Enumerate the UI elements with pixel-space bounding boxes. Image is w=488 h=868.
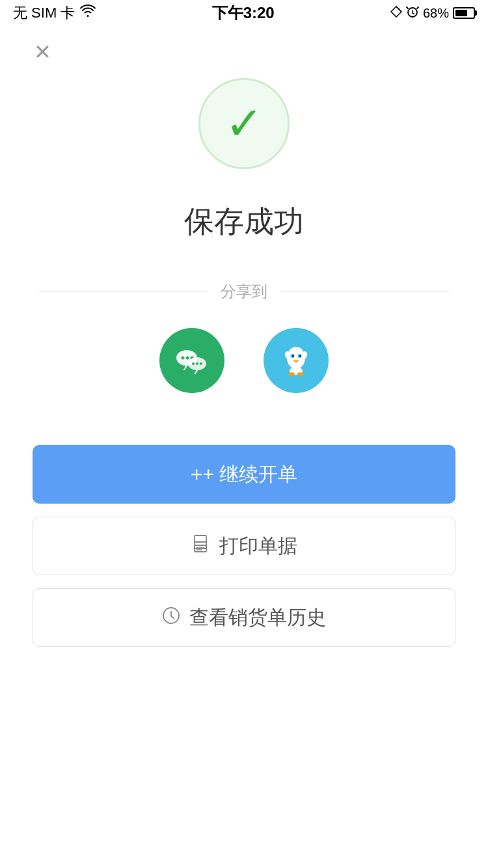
location-icon [390,6,402,21]
status-right: 68% [390,5,475,21]
continue-label: + 继续开单 [202,461,297,488]
svg-point-6 [192,362,195,365]
svg-point-7 [196,362,198,365]
svg-point-3 [186,357,189,360]
print-label: 打印单据 [219,533,297,560]
qq-share-button[interactable] [264,328,329,393]
success-circle: ✓ [198,78,290,169]
svg-point-21 [205,545,207,547]
print-icon [191,535,210,558]
status-bar: 无 SIM 卡 下午3:20 68% [0,0,488,26]
success-title: 保存成功 [184,202,304,242]
share-divider: 分享到 [0,281,488,302]
qq-icon [277,341,316,380]
history-button[interactable]: 查看销货单历史 [33,588,455,647]
wechat-share-button[interactable] [159,328,224,393]
history-label: 查看销货单历史 [189,604,326,631]
svg-rect-19 [195,536,206,542]
wifi-icon [80,5,96,21]
battery-percentage: 68% [423,6,449,21]
continue-button[interactable]: + + 继续开单 [33,445,455,504]
checkmark-icon: ✓ [225,101,264,146]
close-button[interactable]: ✕ [26,36,59,68]
status-time: 下午3:20 [212,3,275,23]
alarm-icon [406,5,419,21]
close-icon: ✕ [34,42,51,62]
svg-point-2 [182,357,185,360]
wechat-icon [172,341,211,380]
main-content: ✓ 保存成功 分享到 [0,26,488,647]
battery-icon [453,7,475,19]
divider-line-left [39,292,208,292]
sim-status: 无 SIM 卡 [13,3,75,23]
svg-point-8 [200,362,202,365]
svg-point-14 [299,355,301,357]
print-button[interactable]: 打印单据 [33,517,455,575]
svg-point-13 [292,355,294,357]
share-label: 分享到 [208,281,280,302]
actions-container: + + 继续开单 打印单据 [0,445,488,647]
continue-icon: + [191,463,203,487]
status-left: 无 SIM 卡 [13,3,96,23]
share-icons-container [159,328,329,393]
history-icon [162,606,180,629]
divider-line-right [280,292,449,292]
